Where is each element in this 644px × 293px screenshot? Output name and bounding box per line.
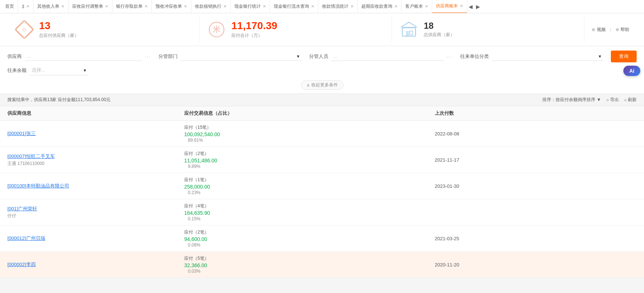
- nav-tab-supplier-book-close[interactable]: ✕: [460, 4, 463, 8]
- search-button[interactable]: 查询: [611, 51, 637, 62]
- filter-row-1: 供应商 ··· 分管部门 ▾ 分管人员 ··· 往来单位分类 ▾ 查询: [7, 51, 637, 62]
- nav-tab-3-label: 3: [22, 4, 24, 9]
- collapse-bar: ∧ 收起更多条件: [7, 78, 637, 90]
- lastpay-cell: 2023-01-30: [435, 183, 637, 189]
- nav-tab-receipt-verify-close[interactable]: ✕: [223, 4, 227, 9]
- result-actions: 排序：按应付余额倒序排序 ▼ ○ 导出 ○ 刷新: [542, 97, 637, 103]
- supplier-link[interactable]: [000012]广州贝瑞: [7, 235, 184, 242]
- supplier-link[interactable]: [001]广州荣轩: [7, 206, 184, 212]
- filter-person: 分管人员 ···: [309, 52, 453, 61]
- supplier-link[interactable]: [000001]张三: [7, 130, 184, 137]
- nav-tab-3[interactable]: 3 ✕: [18, 0, 34, 13]
- supplier-cell: [000012]广州贝瑞: [7, 235, 184, 242]
- ai-button[interactable]: Ai: [623, 66, 640, 76]
- result-bar: 搜索结果中，供应商13家 应付金额111,703,854.00元 排序：按应付余…: [0, 94, 644, 106]
- tx-amount[interactable]: 32,366.00: [184, 262, 435, 268]
- stat-payable-amount-text: 11,170.39 应付合计（万）: [231, 21, 277, 39]
- tx-label: 应付（15笔）: [184, 124, 435, 131]
- chevron-up-icon: ∧: [307, 83, 310, 88]
- last-pay-date: 2023-01-30: [435, 183, 459, 189]
- svg-text:米: 米: [213, 25, 221, 34]
- nav-tab-bank-deposit[interactable]: 银行存取款单 ✕: [112, 0, 152, 13]
- nav-tab-receipt-stat-close[interactable]: ✕: [350, 4, 354, 9]
- nav-tab-supplier-book[interactable]: 供应商账本 ✕: [432, 0, 467, 13]
- refresh-label: 刷新: [628, 97, 637, 103]
- lastpay-cell: 2020-11-20: [435, 262, 637, 268]
- help-link[interactable]: ⊙ 帮助: [616, 27, 629, 33]
- transaction-info: 应付（1笔） 258,000.00: [184, 177, 435, 190]
- person-picker-icon[interactable]: ···: [447, 54, 453, 59]
- table-row: [000012]广州贝瑞 应付（2笔） 94,600.00 0.08% 2021…: [0, 225, 644, 252]
- nav-tab-receipt-verify[interactable]: 收款核销执行 ✕: [191, 0, 231, 13]
- refresh-button[interactable]: ○ 刷新: [624, 97, 637, 103]
- supplier-picker-icon[interactable]: ···: [145, 54, 151, 59]
- sort-icon: ▼: [597, 97, 601, 102]
- nav-tab-other-income-close[interactable]: ✕: [61, 4, 64, 9]
- supplier-sub: 仔仔: [7, 213, 184, 219]
- nav-tab-overdue[interactable]: 超期应收款查询 ✕: [358, 0, 402, 13]
- tx-percent: 9.89%: [188, 164, 200, 169]
- nav-tab-bank-deposit-close[interactable]: ✕: [144, 4, 148, 9]
- last-pay-date: 2020-11-20: [435, 262, 459, 268]
- nav-next-arrow[interactable]: ▶: [475, 0, 482, 13]
- tx-percent: 89.61%: [188, 138, 203, 143]
- supplier-link[interactable]: [000002]李四: [7, 261, 184, 268]
- last-pay-date: 2021-11-17: [435, 157, 459, 163]
- tx-amount[interactable]: 164,635.90: [184, 210, 435, 216]
- nav-tab-customer-book[interactable]: 客户账本 ✕: [402, 0, 432, 13]
- col-header-transaction: 应付交易信息（占比）: [184, 110, 435, 117]
- tx-amount[interactable]: 11,051,486.00: [184, 158, 435, 163]
- nav-tab-adjust-close[interactable]: ✕: [105, 4, 108, 9]
- export-icon: ○: [606, 97, 609, 103]
- filter-person-input[interactable]: [331, 52, 444, 61]
- nav-tab-home-label: 首页: [5, 3, 14, 10]
- collapse-button[interactable]: ∧ 收起更多条件: [301, 80, 343, 90]
- filter-department-select[interactable]: ▾: [181, 52, 302, 61]
- nav-tab-cash-stat-label: 现金银行统计: [234, 3, 261, 10]
- svg-rect-6: [406, 31, 409, 36]
- transaction-cell: 应付（1笔） 258,000.00 0.23%: [184, 177, 435, 195]
- transaction-info: 应付（5笔） 32,366.00: [184, 255, 435, 268]
- nav-tab-adjust[interactable]: 应收应付调整单 ✕: [69, 0, 112, 13]
- filter-supplier: 供应商 ···: [7, 52, 151, 61]
- nav-tab-bank-deposit-label: 银行存取款单: [116, 3, 143, 10]
- supplier-cell: [000007]恒旺二手叉车 王通 17106110000: [7, 153, 184, 167]
- sort-control[interactable]: 排序：按应付余额倒序排序 ▼: [542, 97, 601, 103]
- stat-total-suppliers-text: 18 总供应商（家）: [424, 21, 455, 38]
- nav-prev-arrow[interactable]: ◀: [467, 0, 475, 13]
- tx-percent: 0.08%: [188, 242, 200, 248]
- supplier-sub: 王通 17106110000: [7, 161, 184, 167]
- chevron-down-icon: ▾: [297, 54, 300, 59]
- supplier-cell: [001]广州荣轩 仔仔: [7, 206, 184, 219]
- lastpay-cell: 2021-11-17: [435, 157, 637, 163]
- stat-total-suppliers-label: 总供应商（家）: [424, 32, 455, 38]
- filter-category-select[interactable]: ▾: [492, 52, 604, 61]
- tx-amount[interactable]: 258,000.00: [184, 184, 435, 190]
- nav-tab-cash-stat-close[interactable]: ✕: [263, 4, 266, 9]
- tx-amount[interactable]: 100,092,540.00: [184, 131, 435, 137]
- nav-tab-3-close[interactable]: ✕: [26, 4, 29, 9]
- export-button[interactable]: ○ 导出: [606, 97, 619, 103]
- stat-payable-amount: 米 11,170.39 应付合计（万）: [200, 17, 392, 42]
- nav-tab-customer-book-close[interactable]: ✕: [425, 4, 428, 9]
- video-link[interactable]: ⊙ 视频: [592, 27, 605, 33]
- nav-tab-cash-flow[interactable]: 现金银行流水查询 ✕: [270, 0, 318, 13]
- tx-amount[interactable]: 94,600.00: [184, 236, 435, 242]
- nav-tab-overdue-close[interactable]: ✕: [394, 4, 398, 9]
- nav-tab-cash-stat[interactable]: 现金银行统计 ✕: [231, 0, 270, 13]
- table-row: [000100]本特勤油品有限公司 应付（1笔） 258,000.00 0.23…: [0, 173, 644, 199]
- nav-tab-prepay-close[interactable]: ✕: [184, 4, 187, 9]
- stat-total-suppliers: 18 总供应商（家）: [392, 17, 584, 42]
- supplier-link[interactable]: [000100]本特勤油品有限公司: [7, 183, 184, 189]
- nav-tab-other-income[interactable]: 其他收入单 ✕: [34, 0, 69, 13]
- nav-tab-prepay[interactable]: 预收冲应收单 ✕: [152, 0, 191, 13]
- nav-tab-cash-flow-close[interactable]: ✕: [311, 4, 314, 9]
- filter-balance-select[interactable]: 选择... ▾: [29, 65, 88, 75]
- transaction-info: 应付（2笔） 94,600.00: [184, 229, 435, 242]
- filter-supplier-input[interactable]: [25, 52, 142, 61]
- nav-tab-home[interactable]: 首页: [1, 0, 18, 13]
- transaction-cell: 应付（2笔） 11,051,486.00 9.89%: [184, 151, 435, 169]
- supplier-link[interactable]: [000007]恒旺二手叉车: [7, 153, 184, 160]
- nav-tab-receipt-stat[interactable]: 收款情况统计 ✕: [318, 0, 358, 13]
- tx-label: 应付（2笔）: [184, 229, 435, 235]
